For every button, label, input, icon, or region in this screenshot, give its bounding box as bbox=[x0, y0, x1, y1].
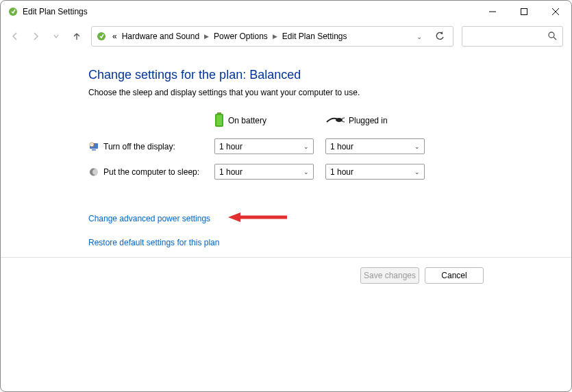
chevron-right-icon: ▶ bbox=[203, 33, 210, 40]
save-changes-button[interactable]: Save changes bbox=[360, 267, 419, 284]
column-header-label: Plugged in bbox=[349, 116, 388, 125]
select-value: 1 hour bbox=[219, 142, 243, 151]
sleep-battery-select[interactable]: 1 hour ⌄ bbox=[214, 164, 314, 180]
recent-dropdown[interactable] bbox=[50, 30, 62, 42]
restore-defaults-link[interactable]: Restore default settings for this plan bbox=[88, 238, 219, 247]
minimize-button[interactable] bbox=[477, 1, 508, 23]
svg-point-5 bbox=[97, 32, 105, 40]
svg-rect-15 bbox=[92, 149, 96, 151]
display-plugged-select[interactable]: 1 hour ⌄ bbox=[325, 138, 425, 154]
back-button[interactable] bbox=[9, 30, 21, 42]
svg-point-0 bbox=[9, 8, 17, 16]
chevron-right-icon: ▶ bbox=[271, 33, 279, 40]
power-plan-icon bbox=[8, 6, 18, 17]
breadcrumb-item[interactable]: Edit Plan Settings bbox=[281, 32, 349, 41]
chevron-down-icon: ⌄ bbox=[414, 169, 420, 175]
display-battery-select[interactable]: 1 hour ⌄ bbox=[214, 138, 314, 154]
forward-button[interactable] bbox=[29, 30, 42, 42]
plug-icon bbox=[325, 115, 345, 127]
address-bar[interactable]: « Hardware and Sound ▶ Power Options ▶ E… bbox=[91, 26, 453, 47]
button-label: Cancel bbox=[441, 271, 467, 280]
svg-point-11 bbox=[336, 118, 343, 122]
breadcrumb: « Hardware and Sound ▶ Power Options ▶ E… bbox=[111, 32, 409, 41]
chevron-down-icon: ⌄ bbox=[414, 143, 420, 150]
window-title: Edit Plan Settings bbox=[23, 7, 88, 16]
dialog-footer: Save changes Cancel bbox=[1, 257, 571, 391]
battery-icon bbox=[214, 112, 224, 130]
select-value: 1 hour bbox=[330, 167, 353, 177]
svg-line-7 bbox=[554, 37, 556, 40]
breadcrumb-prefix[interactable]: « bbox=[111, 32, 119, 41]
moon-icon bbox=[88, 167, 99, 177]
select-value: 1 hour bbox=[219, 167, 243, 177]
column-header-plugged: Plugged in bbox=[325, 112, 442, 129]
chevron-down-icon: ⌄ bbox=[303, 143, 309, 150]
column-header-battery: On battery bbox=[214, 112, 325, 129]
advanced-power-settings-link[interactable]: Change advanced power settings bbox=[88, 214, 210, 223]
up-button[interactable] bbox=[71, 30, 83, 42]
monitor-clock-icon bbox=[88, 141, 99, 152]
chevron-down-icon: ⌄ bbox=[303, 169, 309, 175]
power-plan-icon bbox=[96, 31, 107, 42]
row-label-display: Turn off the display: bbox=[88, 141, 214, 152]
close-button[interactable] bbox=[540, 1, 571, 23]
page-subtitle: Choose the sleep and display settings th… bbox=[88, 88, 571, 97]
svg-line-12 bbox=[342, 118, 345, 119]
svg-marker-19 bbox=[228, 212, 240, 222]
window-titlebar: Edit Plan Settings bbox=[1, 1, 571, 23]
page-title: Change settings for the plan: Balanced bbox=[88, 68, 571, 82]
page-content: Change settings for the plan: Balanced C… bbox=[1, 50, 571, 247]
breadcrumb-item[interactable]: Power Options bbox=[212, 32, 269, 41]
address-history-dropdown[interactable]: ⌄ bbox=[413, 33, 425, 40]
sleep-plugged-select[interactable]: 1 hour ⌄ bbox=[325, 164, 425, 180]
search-input[interactable] bbox=[462, 26, 563, 47]
annotation-arrow-icon bbox=[228, 211, 287, 225]
svg-rect-10 bbox=[216, 115, 222, 125]
navigation-toolbar: « Hardware and Sound ▶ Power Options ▶ E… bbox=[1, 23, 571, 50]
svg-rect-2 bbox=[521, 9, 527, 15]
breadcrumb-item[interactable]: Hardware and Sound bbox=[121, 32, 201, 41]
row-label-text: Put the computer to sleep: bbox=[103, 167, 199, 177]
select-value: 1 hour bbox=[330, 142, 353, 151]
svg-line-13 bbox=[342, 121, 345, 122]
refresh-button[interactable] bbox=[430, 27, 450, 46]
button-label: Save changes bbox=[364, 271, 416, 280]
row-label-sleep: Put the computer to sleep: bbox=[88, 167, 214, 177]
svg-point-6 bbox=[549, 32, 554, 38]
svg-rect-8 bbox=[217, 112, 221, 114]
column-header-label: On battery bbox=[228, 116, 266, 125]
row-label-text: Turn off the display: bbox=[103, 142, 175, 151]
cancel-button[interactable]: Cancel bbox=[425, 267, 484, 284]
maximize-button[interactable] bbox=[508, 1, 540, 23]
search-icon bbox=[547, 31, 557, 42]
